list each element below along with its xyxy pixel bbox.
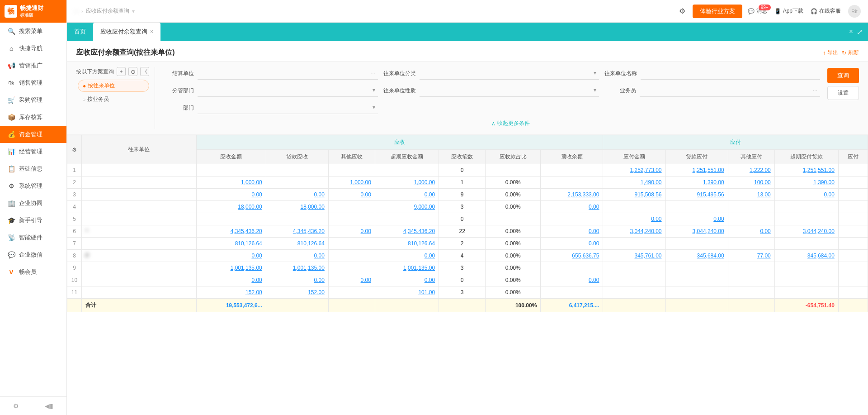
cell-link[interactable]: 0.00 <box>589 204 599 210</box>
cell-link[interactable]: 152.00 <box>245 289 262 296</box>
cell-link[interactable]: 0.00 <box>589 240 599 247</box>
window-maximize-icon[interactable]: ⤢ <box>857 28 863 36</box>
sidebar-settings-btn[interactable]: ⚙ <box>9 401 23 411</box>
cell-link[interactable]: 18,000.00 <box>300 204 324 210</box>
cell-link[interactable]: 100.00 <box>754 179 771 186</box>
cell-link[interactable]: 0.00 <box>314 191 324 198</box>
tab-receivable-query[interactable]: 应收应付余额查询 × <box>93 23 160 41</box>
cell-link[interactable]: 915,495.56 <box>697 191 724 198</box>
sidebar-item-guide[interactable]: 🎓 新手引导 <box>0 212 66 229</box>
online-service-button[interactable]: 🎧 在线客服 <box>811 7 841 15</box>
cell-link[interactable]: 0.00 <box>589 277 599 283</box>
cell-link[interactable]: 1,390.00 <box>703 179 724 186</box>
chevron-down-icon[interactable]: ▾ <box>132 8 135 14</box>
sidebar-item-enterprise[interactable]: 🏢 企业协同 <box>0 195 66 212</box>
department-input[interactable]: ▾ <box>198 101 378 114</box>
cell-link[interactable]: 0.00 <box>425 253 435 259</box>
query-option-salesperson[interactable]: ○ 按业务员 <box>78 94 149 105</box>
cell-link[interactable]: 0.00 <box>361 191 371 198</box>
query-option-partner[interactable]: ● 按往来单位 <box>78 80 149 92</box>
settlement-unit-input[interactable]: ··· <box>198 67 378 80</box>
sidebar-item-wechat[interactable]: 💬 企业微信 <box>0 246 66 263</box>
division-dept-input[interactable]: ▾ <box>198 84 378 97</box>
cell-link[interactable]: 152.00 <box>308 289 325 296</box>
partner-category-input[interactable]: ▾ <box>420 67 599 80</box>
sidebar-item-sales[interactable]: 🛍 销售管理 <box>0 74 66 91</box>
export-button[interactable]: ↑ 导出 <box>823 49 838 57</box>
app-download-button[interactable]: 📱 App下载 <box>774 7 803 15</box>
cell-link[interactable]: 915,508.56 <box>634 191 661 198</box>
cell-link[interactable]: 655,636.75 <box>572 253 599 259</box>
salesperson-input[interactable]: ··· <box>640 84 820 97</box>
cell-link[interactable]: 77.00 <box>757 253 771 259</box>
tab-home[interactable]: 首页 <box>67 23 93 41</box>
cell-link[interactable]: 0.00 <box>651 216 661 222</box>
sidebar-item-system[interactable]: ⚙ 系统管理 <box>0 177 66 195</box>
cell-link[interactable]: 1,000.00 <box>241 179 262 186</box>
cell-link[interactable]: 4,345,436.20 <box>403 228 435 234</box>
trial-button[interactable]: 体验行业方案 <box>693 5 742 18</box>
cell-link[interactable]: 0.00 <box>824 191 835 198</box>
cell-link[interactable]: 0.00 <box>314 253 324 259</box>
cell-link[interactable]: 345,761.00 <box>634 253 661 259</box>
cell-link[interactable]: 0.00 <box>251 277 262 283</box>
sidebar-item-search-menu[interactable]: 🔍 搜索菜单 <box>0 23 66 40</box>
sidebar-item-quick-nav[interactable]: ⌂ 快捷导航 <box>0 40 66 57</box>
cell-link[interactable]: 3,044,240.00 <box>693 228 724 234</box>
cell-link[interactable]: 1,001,135.00 <box>293 265 325 271</box>
cell-link[interactable]: 18,000.00 <box>238 204 262 210</box>
cell-link[interactable]: 1,251,551.00 <box>693 167 724 173</box>
sidebar-collapse-btn[interactable]: ◀▮ <box>41 401 57 411</box>
sidebar-item-inventory[interactable]: 📦 库存核算 <box>0 109 66 126</box>
col-settings[interactable]: ⚙ <box>67 135 82 164</box>
cell-link[interactable]: 0.00 <box>314 277 324 283</box>
sidebar-item-operations[interactable]: 📊 经营管理 <box>0 143 66 160</box>
cell-link[interactable]: 345,684.00 <box>697 253 724 259</box>
table-settings-icon[interactable]: ⚙ <box>72 147 77 153</box>
cell-link[interactable]: 1,001,135.00 <box>403 265 435 271</box>
sidebar-item-vip[interactable]: V 畅会员 <box>0 263 66 281</box>
window-close-icon[interactable]: × <box>849 28 853 36</box>
cell-link[interactable]: 0.00 <box>425 277 435 283</box>
header-gear-icon[interactable]: ⚙ <box>679 7 685 15</box>
cell-link[interactable]: 2,153,333.00 <box>567 191 599 198</box>
cell-link[interactable]: 810,126.64 <box>297 240 325 247</box>
cell-link[interactable]: 0.00 <box>251 253 262 259</box>
cell-link[interactable]: 0.00 <box>713 216 724 222</box>
filter-add-button[interactable]: + <box>117 67 126 76</box>
cell-link[interactable]: 810,126.64 <box>408 240 435 247</box>
refresh-button[interactable]: ↻ 刷新 <box>842 49 859 57</box>
partner-name-input[interactable] <box>641 67 820 80</box>
cell-link[interactable]: 0.00 <box>760 228 770 234</box>
cell-link[interactable]: 1,390.00 <box>813 179 835 186</box>
cell-link[interactable]: 4,345,436.20 <box>293 228 325 234</box>
sidebar-item-purchase[interactable]: 🛒 采购管理 <box>0 91 66 109</box>
cell-link[interactable]: 0.00 <box>361 277 371 283</box>
sidebar-item-marketing[interactable]: 📢 营销推广 <box>0 57 66 74</box>
cell-link[interactable]: 345,684.00 <box>807 253 835 259</box>
filter-back-button[interactable]: 《 <box>140 67 149 76</box>
cell-link[interactable]: 1,251,551.00 <box>803 167 835 173</box>
setting-button[interactable]: 设置 <box>827 86 859 100</box>
tab-close-icon[interactable]: × <box>150 29 153 35</box>
cell-link[interactable]: 0.00 <box>251 191 262 198</box>
cell-link[interactable]: 4,345,436.20 <box>231 228 262 234</box>
collapse-button[interactable]: ∧ 收起更多条件 <box>162 118 859 129</box>
cell-link[interactable]: 0.00 <box>589 228 599 234</box>
cell-link[interactable]: 1,000.00 <box>414 179 435 186</box>
cell-link[interactable]: 0.00 <box>361 228 371 234</box>
message-button[interactable]: 💬 消息 99+ <box>748 7 767 15</box>
cell-link[interactable]: 9,000.00 <box>414 204 435 210</box>
partner-nature-input[interactable]: ▾ <box>420 84 599 97</box>
cell-link[interactable]: 0.00 <box>425 191 435 198</box>
cell-link[interactable]: 1,222.00 <box>750 167 771 173</box>
cell-link[interactable]: 3,044,240.00 <box>803 228 835 234</box>
query-button[interactable]: 查询 <box>827 68 859 83</box>
cell-link[interactable]: 3,044,240.00 <box>630 228 661 234</box>
filter-settings-button[interactable]: ⊙ <box>128 67 137 76</box>
sidebar-item-basic-info[interactable]: 📋 基础信息 <box>0 160 66 177</box>
cell-link[interactable]: 1,252,773.00 <box>630 167 661 173</box>
cell-link[interactable]: 1,001,135.00 <box>231 265 262 271</box>
cell-link[interactable]: 810,126.64 <box>235 240 262 247</box>
cell-link[interactable]: 1,000.00 <box>350 179 371 186</box>
